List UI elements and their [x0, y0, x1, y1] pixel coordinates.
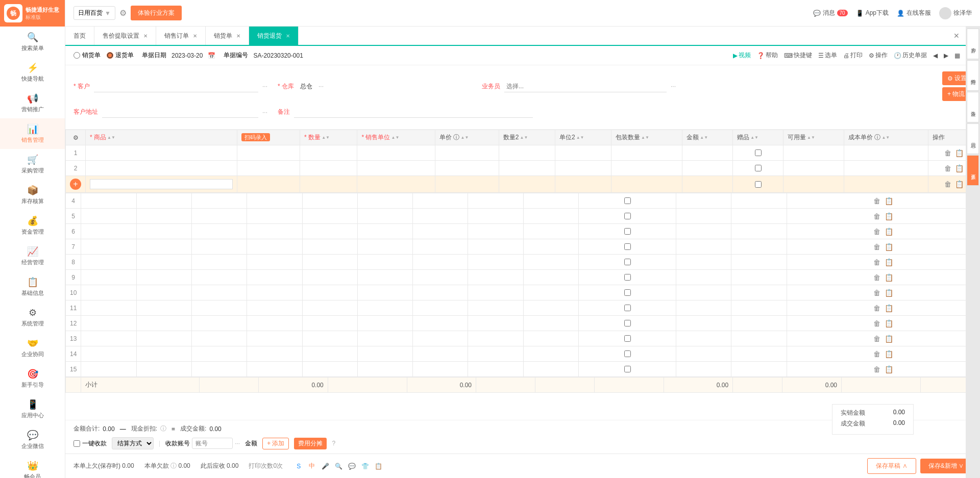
cost-price-cell-15[interactable]: [731, 362, 787, 377]
available-cell-8[interactable]: [676, 255, 731, 270]
tab-sale-price[interactable]: 售价提取设置 ✕: [94, 27, 156, 45]
quantity2-cell-8[interactable]: [357, 255, 412, 270]
online-service-btn[interactable]: 👤 在线客服: [897, 9, 931, 17]
right-panel-item-5[interactable]: 更多: [967, 155, 979, 186]
copy-icon-11[interactable]: 📋: [885, 304, 893, 312]
sale-unit-cell-10[interactable]: [247, 285, 302, 300]
sidebar-item-marketing[interactable]: 📢 营销推广: [0, 88, 65, 118]
address-ellipsis[interactable]: ···: [262, 109, 267, 116]
add-payment-btn[interactable]: + 添加: [262, 438, 289, 449]
sale-radio[interactable]: 销货单: [74, 51, 101, 60]
available-cell-4[interactable]: [676, 193, 731, 209]
quantity-cell-13[interactable]: [191, 331, 247, 346]
quantity2-cell-9[interactable]: [357, 270, 412, 285]
video-btn[interactable]: ▶ 视频: [731, 50, 753, 61]
cost-price-cell-6[interactable]: [731, 224, 787, 239]
copy-icon-6[interactable]: 📋: [885, 228, 893, 236]
unit2-cell-5[interactable]: [413, 209, 468, 224]
experience-btn[interactable]: 体验行业方案: [131, 6, 182, 20]
amount-sort-icon[interactable]: ▲▼: [700, 135, 708, 140]
grid-view-btn[interactable]: ▦: [952, 51, 962, 60]
sale-unit-cell-12[interactable]: [247, 316, 302, 331]
amount-cell-4[interactable]: [523, 193, 578, 209]
sale-unit-cell-7[interactable]: [247, 239, 302, 255]
product-cell-10[interactable]: [81, 285, 136, 300]
tab-sale-return[interactable]: 销货退货 ✕: [249, 27, 299, 45]
salesperson-ellipsis[interactable]: ···: [671, 83, 676, 90]
quantity2-cell-5[interactable]: [357, 209, 412, 224]
delete-icon-4[interactable]: 🗑: [873, 197, 880, 205]
bottom-icon-6[interactable]: 👕: [359, 461, 371, 472]
sale-unit-cell-11[interactable]: [247, 300, 302, 316]
gift-checkbox-4[interactable]: [624, 197, 631, 204]
amount-cell-3[interactable]: [682, 176, 733, 193]
product-input-3[interactable]: [90, 179, 233, 189]
quantity-cell-12[interactable]: [191, 316, 247, 331]
gift-cell-2[interactable]: [733, 161, 783, 176]
gift-checkbox-10[interactable]: [624, 289, 631, 296]
sidebar-item-search[interactable]: 🔍 搜索菜单: [0, 27, 65, 57]
pack-qty-cell-11[interactable]: [468, 300, 523, 316]
delete-icon-8[interactable]: 🗑: [873, 258, 880, 266]
prev-btn[interactable]: ◀: [931, 51, 940, 60]
select-btn[interactable]: ☰ 选单: [816, 50, 839, 61]
sidebar-item-sales[interactable]: 📊 销售管理: [0, 118, 65, 149]
amount-cell-8[interactable]: [523, 255, 578, 270]
amount-cell-10[interactable]: [523, 285, 578, 300]
right-panel-item-1[interactable]: 客户: [967, 46, 979, 59]
quantity-cell-8[interactable]: [191, 255, 247, 270]
sidebar-item-shortcut[interactable]: ⚡ 快捷导航: [0, 57, 65, 88]
sale-unit-cell-3[interactable]: [357, 176, 435, 193]
delete-icon-9[interactable]: 🗑: [873, 273, 880, 282]
pack-qty-cell-1[interactable]: [611, 145, 682, 161]
product-cell-12[interactable]: [81, 316, 136, 331]
unit2-cell-11[interactable]: [413, 300, 468, 316]
pack-qty-cell-15[interactable]: [468, 362, 523, 377]
sidebar-item-finance[interactable]: 💰 资金管理: [0, 210, 65, 241]
product-cell-5[interactable]: [81, 209, 136, 224]
sale-unit-cell-6[interactable]: [247, 224, 302, 239]
copy-icon-15[interactable]: 📋: [885, 365, 893, 373]
gift-checkbox-2[interactable]: [755, 165, 762, 171]
unit-price-cell-3[interactable]: [435, 176, 499, 193]
delete-icon-11[interactable]: 🗑: [873, 304, 880, 312]
unit-price-cell-14[interactable]: [302, 346, 357, 362]
quantity2-cell-15[interactable]: [357, 362, 412, 377]
pack-qty-cell-8[interactable]: [468, 255, 523, 270]
sale-unit-cell-8[interactable]: [247, 255, 302, 270]
copy-icon-13[interactable]: 📋: [885, 335, 893, 343]
settlement-select[interactable]: 结算方式: [112, 437, 154, 449]
available-cell-11[interactable]: [676, 300, 731, 316]
cost-price-cell-2[interactable]: [844, 161, 928, 176]
unit-price-cell-9[interactable]: [302, 270, 357, 285]
product-cell-1[interactable]: [86, 145, 237, 161]
copy-icon-9[interactable]: 📋: [885, 273, 893, 282]
unit2-cell-12[interactable]: [413, 316, 468, 331]
sidebar-item-wechat[interactable]: 💬 企业微信: [0, 424, 65, 455]
right-panel-item-3[interactable]: 备注: [967, 92, 979, 122]
available-cell-6[interactable]: [676, 224, 731, 239]
account-input[interactable]: [192, 438, 233, 449]
gift-checkbox-3[interactable]: [755, 181, 762, 188]
available-cell-7[interactable]: [676, 239, 731, 255]
cost-price-cell-10[interactable]: [731, 285, 787, 300]
cost-price-cell-9[interactable]: [731, 270, 787, 285]
delete-icon-14[interactable]: 🗑: [873, 350, 880, 358]
quantity2-cell-12[interactable]: [357, 316, 412, 331]
product-cell-9[interactable]: [81, 270, 136, 285]
available-cell-5[interactable]: [676, 209, 731, 224]
unit2-cell-14[interactable]: [413, 346, 468, 362]
customer-input[interactable]: [94, 81, 258, 92]
gift-checkbox-1[interactable]: [755, 149, 762, 156]
gift-cell-11[interactable]: [579, 300, 676, 316]
gift-checkbox-11[interactable]: [624, 305, 631, 311]
copy-icon-1[interactable]: 📋: [955, 149, 964, 157]
product-cell-3[interactable]: [86, 176, 237, 193]
save-new-btn[interactable]: 保存&新增 ∨: [920, 459, 972, 473]
quantity-cell-5[interactable]: [191, 209, 247, 224]
add-row-btn[interactable]: +: [70, 179, 81, 190]
available-cell-13[interactable]: [676, 331, 731, 346]
gift-checkbox-5[interactable]: [624, 213, 631, 219]
pack-qty-cell-9[interactable]: [468, 270, 523, 285]
sidebar-item-basic[interactable]: 📋 基础信息: [0, 271, 65, 302]
